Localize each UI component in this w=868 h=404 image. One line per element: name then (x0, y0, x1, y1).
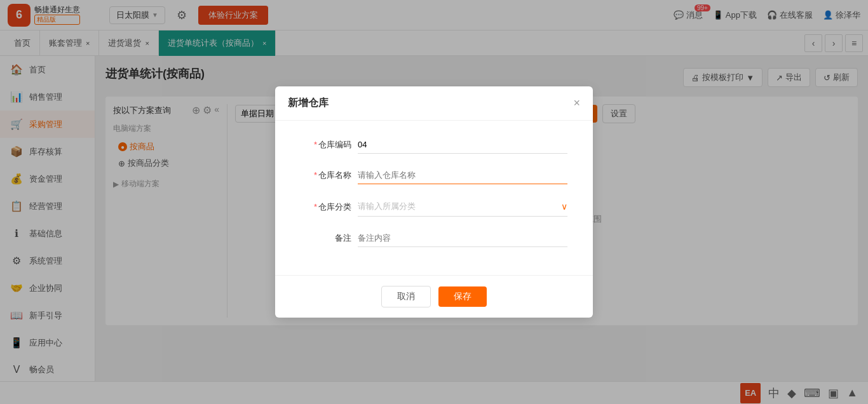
warehouse-category-select[interactable]: 请输入所属分类 ∨ (358, 197, 567, 217)
warehouse-code-label: 仓库编码 (301, 139, 351, 151)
modal-title: 新增仓库 (288, 97, 329, 110)
new-warehouse-modal: 新增仓库 × 仓库编码 仓库名称 仓库分类 请输入所属分类 ∨ 备注 (275, 86, 593, 318)
warehouse-category-label: 仓库分类 (301, 201, 351, 213)
warehouse-note-row: 备注 (301, 229, 567, 247)
warehouse-name-input[interactable] (358, 166, 567, 184)
modal-overlay: 新增仓库 × 仓库编码 仓库名称 仓库分类 请输入所属分类 ∨ 备注 (0, 0, 868, 404)
warehouse-category-placeholder: 请输入所属分类 (358, 201, 561, 212)
modal-close-button[interactable]: × (573, 97, 580, 110)
cancel-button[interactable]: 取消 (381, 286, 431, 307)
warehouse-note-input[interactable] (358, 229, 567, 247)
modal-footer: 取消 保存 (275, 275, 593, 318)
save-button[interactable]: 保存 (438, 286, 487, 307)
warehouse-code-input[interactable] (358, 136, 567, 154)
modal-header: 新增仓库 × (275, 86, 593, 121)
warehouse-note-label: 备注 (301, 232, 351, 244)
warehouse-name-row: 仓库名称 (301, 166, 567, 184)
warehouse-code-row: 仓库编码 (301, 136, 567, 154)
warehouse-category-row: 仓库分类 请输入所属分类 ∨ (301, 197, 567, 217)
modal-body: 仓库编码 仓库名称 仓库分类 请输入所属分类 ∨ 备注 (275, 121, 593, 275)
warehouse-name-label: 仓库名称 (301, 170, 351, 181)
category-dropdown-arrow: ∨ (561, 201, 567, 212)
